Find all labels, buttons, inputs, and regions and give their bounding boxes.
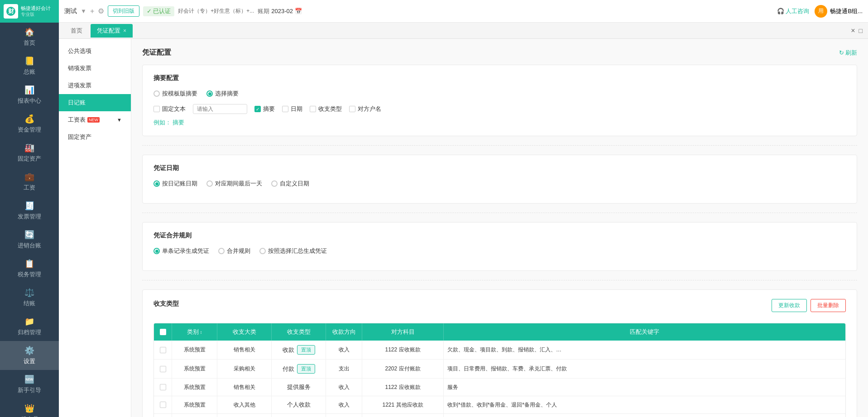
refresh-icon: ↻ <box>839 49 844 56</box>
summary-config-section: 摘要配置 按模板版摘要 选择摘要 固定文本 <box>142 65 857 136</box>
row-checkbox-3[interactable] <box>154 379 172 396</box>
sidebar-item-ledger[interactable]: 📒 总账 <box>0 52 59 81</box>
nav-payroll-table[interactable]: 工资表 NEW ▼ <box>59 111 131 128</box>
row-account-5: 660301 财务费用 利息费用 <box>362 414 444 417</box>
fixed-text-input[interactable] <box>193 104 247 114</box>
radio-summary-total[interactable]: 按照选择汇总生成凭证 <box>259 247 327 255</box>
top-tag-2[interactable]: 置顶 <box>297 364 315 374</box>
row-major-type-3: 销售相关 <box>217 379 272 396</box>
checkbox-box-counterparty <box>349 106 355 112</box>
sidebar-item-settings[interactable]: ⚙️ 设置 <box>0 341 59 370</box>
calendar-icon[interactable]: 📅 <box>295 8 302 14</box>
sidebar-item-reports[interactable]: 📊 报表中心 <box>0 81 59 109</box>
sidebar-item-label: 工资 <box>24 184 35 192</box>
sidebar-item-label: 发票管理 <box>18 213 41 221</box>
sidebar-item-label: 新手引导 <box>18 386 41 394</box>
voucher-date-title: 凭证日期 <box>153 164 846 172</box>
sidebar-item-funds[interactable]: 💰 资金管理 <box>0 109 59 138</box>
sidebar-item-archive[interactable]: 📁 归档管理 <box>0 312 59 341</box>
radio-merge-rule[interactable]: 合并规则 <box>218 247 250 255</box>
app-name: 畅捷通好会计 <box>21 5 51 11</box>
row-checkbox-5[interactable] <box>154 414 172 417</box>
sidebar-item-settlement[interactable]: ⚖️ 结账 <box>0 283 59 312</box>
checkbox-counterparty[interactable]: 对方户名 <box>349 105 381 113</box>
nav-purchase-invoice[interactable]: 进项发票 <box>59 77 131 94</box>
select-all-checkbox[interactable] <box>160 329 166 335</box>
sidebar-item-guide[interactable]: 🆕 新手引导 <box>0 370 59 399</box>
batch-delete-btn[interactable]: 批量删除 <box>810 299 846 312</box>
switch-old-btn[interactable]: 切到旧版 <box>108 5 139 17</box>
radio-select-summary[interactable]: 选择摘要 <box>206 90 239 98</box>
status-detail: 好会计（专）+好生意（标）+... <box>178 7 254 15</box>
dropdown-arrow-icon[interactable]: ▼ <box>81 8 86 14</box>
refresh-btn[interactable]: ↻ 刷新 <box>839 49 857 57</box>
top-tag-1[interactable]: 置顶 <box>297 345 315 355</box>
checkbox-date[interactable]: 日期 <box>282 105 302 113</box>
radio-period-last[interactable]: 对应期间最后一天 <box>206 180 262 188</box>
radio-circle-custom <box>271 180 278 187</box>
checkbox-payment-type[interactable]: 收支类型 <box>310 105 342 113</box>
sidebar-item-payroll[interactable]: 💼 工资 <box>0 167 59 196</box>
row-account-3: 1122 应收账款 <box>362 379 444 396</box>
row-category-1: 系统预置 <box>172 341 217 359</box>
nav-journal[interactable]: 日记账 <box>59 94 131 111</box>
update-payment-btn[interactable]: 更新收款 <box>772 299 807 312</box>
row-category-3: 系统预置 <box>172 379 217 396</box>
sidebar-item-member[interactable]: 👑 畅会员 <box>0 399 59 417</box>
checkbox-summary[interactable]: ✓ 摘要 <box>254 105 275 113</box>
radio-single-record[interactable]: 单条记录生成凭证 <box>153 247 209 255</box>
row-keywords-3: 服务 <box>444 379 845 396</box>
check-icon: ✓ <box>147 8 152 14</box>
settings-gear-icon[interactable]: ⚙ <box>98 7 104 15</box>
radio-journal-date[interactable]: 按日记账日期 <box>153 180 197 188</box>
nav-sales-invoice[interactable]: 销项发票 <box>59 60 131 77</box>
app-edition: 专业版 <box>21 11 51 18</box>
sidebar-item-tax[interactable]: 📋 税务管理 <box>0 254 59 283</box>
help-btn[interactable]: 🎧 人工咨询 <box>777 7 809 15</box>
checkbox-box-fixed-text <box>153 106 160 112</box>
checkbox-fixed-text[interactable]: 固定文本 <box>153 105 186 113</box>
page-title: 凭证配置 <box>142 48 171 57</box>
radio-circle-journal-date <box>153 180 160 187</box>
reports-icon: 📊 <box>24 85 34 95</box>
fixed-assets-icon: 🏭 <box>24 143 34 153</box>
sidebar-item-home[interactable]: 🏠 首页 <box>0 23 59 52</box>
payment-types-table: 类别↕ 收支大类 收支类型 收款方向 对方科目 匹配关键字 系统预置 销售相关 <box>153 323 846 417</box>
nav-public[interactable]: 公共选项 <box>59 43 131 60</box>
username: 畅捷通B组... <box>830 7 863 15</box>
radio-template-summary[interactable]: 按模板版摘要 <box>153 90 197 98</box>
period-info: 账期 2023-02 📅 <box>258 7 302 15</box>
add-icon[interactable]: + <box>90 7 94 15</box>
sidebar-navigation: 🏠 首页 📒 总账 📊 报表中心 💰 资金管理 🏭 固定资产 💼 工资 🧾 发票… <box>0 23 59 417</box>
summary-radio-group: 按模板版摘要 选择摘要 <box>153 90 846 98</box>
table-header: 类别↕ 收支大类 收支类型 收款方向 对方科目 匹配关键字 <box>154 323 845 341</box>
col-checkbox[interactable] <box>154 323 172 341</box>
row-type-4: 个人收款 <box>272 396 326 413</box>
row-keywords-1: 欠款、现金、项目款、到款、报销款、汇入、… <box>444 341 580 359</box>
row-category-5: 系统预置 <box>172 414 217 417</box>
sidebar-item-purchase-sales[interactable]: 🔄 进销台账 <box>0 225 59 254</box>
sidebar: 财 畅捷通好会计 专业版 🏠 首页 📒 总账 📊 报表中心 💰 资金管理 🏭 固… <box>0 0 59 417</box>
window-close-btn[interactable]: × <box>851 27 855 35</box>
settings-icon: ⚙️ <box>24 346 34 355</box>
row-type-3: 提供服务 <box>272 379 326 396</box>
sidebar-item-invoice[interactable]: 🧾 发票管理 <box>0 196 59 225</box>
nav-fixed-assets[interactable]: 固定资产 <box>59 128 131 146</box>
row-account-2: 2202 应付账款 <box>362 360 444 378</box>
row-checkbox-4[interactable] <box>154 396 172 413</box>
radio-custom-date[interactable]: 自定义日期 <box>271 180 309 188</box>
checkbox-box-summary: ✓ <box>254 106 261 112</box>
row-checkbox-2[interactable] <box>154 360 172 378</box>
tab-home[interactable]: 首页 <box>64 24 89 38</box>
window-max-btn[interactable]: □ <box>859 27 863 34</box>
row-checkbox-1[interactable] <box>154 341 172 359</box>
row-direction-2: 支出 <box>326 360 362 378</box>
tab-voucher-config[interactable]: 凭证配置 × <box>91 24 133 38</box>
test-env-label: 测试 <box>64 7 77 15</box>
sidebar-item-fixed-assets[interactable]: 🏭 固定资产 <box>0 138 59 167</box>
certified-status: ✓ 已认证 <box>143 6 174 16</box>
member-icon: 👑 <box>24 403 34 413</box>
user-menu[interactable]: 用 畅捷通B组... <box>815 5 863 18</box>
radio-circle-template <box>153 90 160 97</box>
tab-close-btn[interactable]: × <box>123 28 126 34</box>
